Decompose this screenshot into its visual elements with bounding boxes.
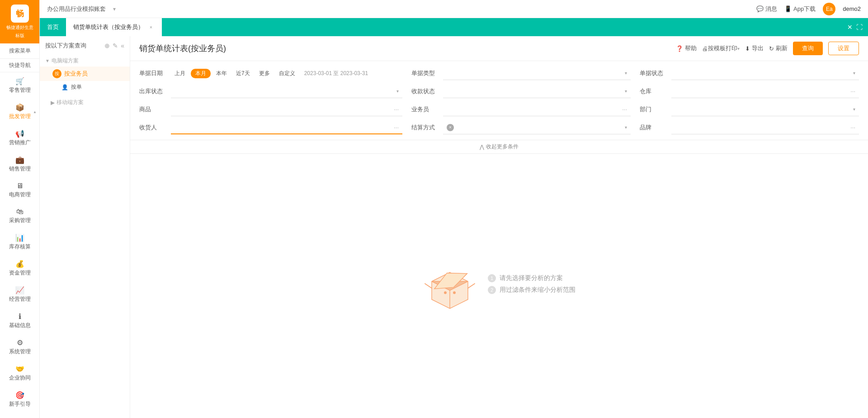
svg-line-7 [468, 284, 475, 288]
brand-label: 品牌 [640, 124, 671, 132]
help-icon: ❓ [676, 45, 683, 52]
tab-active[interactable]: 销货单统计表（按业务员） × [66, 18, 162, 36]
tab-home-label: 首页 [47, 23, 59, 31]
app-logo[interactable]: 畅 畅捷通好生意 标版 [0, 0, 39, 43]
collapse-panel-icon[interactable]: « [121, 42, 124, 49]
date-btn-this-month[interactable]: 本月 [191, 69, 211, 78]
message-action[interactable]: 💬 消息 [756, 5, 777, 13]
search-menu-item[interactable]: 搜索菜单 [0, 43, 39, 59]
sidebar-item-basic[interactable]: ℹ 基础信息 [0, 308, 39, 334]
product-input[interactable]: ··· [171, 103, 402, 116]
sidebar-item-corp[interactable]: 🤝 企业协同 [0, 360, 39, 386]
avatar[interactable]: Ea [823, 3, 835, 15]
empty-step-2: 2 用过滤条件来缩小分析范围 [488, 286, 576, 294]
settlement-clear-button[interactable]: × [447, 124, 454, 131]
app-download-action[interactable]: 📱 App下载 [784, 5, 816, 13]
filter-col-recipient: 收货人 ··· [139, 121, 402, 134]
sidebar-item-sales[interactable]: 💼 销售管理 [0, 151, 39, 177]
logo-sub: 标版 [15, 33, 24, 39]
topbar-dropdown-icon[interactable]: ▾ [113, 6, 116, 12]
help-action[interactable]: ❓ 帮助 [676, 44, 697, 52]
salesperson-input[interactable]: ··· [443, 103, 631, 116]
mobile-group-label[interactable]: ▶ 移动端方案 [40, 97, 130, 108]
sidebar-item-retail[interactable]: 🛒 零售管理 [0, 72, 39, 99]
doc-status-input[interactable]: ▾ [671, 66, 859, 80]
sidebar-item-finance[interactable]: 💰 资金管理 [0, 255, 39, 281]
export-icon: ⬇ [745, 45, 750, 52]
collapse-button-area: ⋀ 收起更多条件 [130, 140, 868, 154]
sidebar-item-inventory[interactable]: 📊 库存核算 [0, 229, 39, 255]
recipient-input[interactable]: ··· [171, 121, 402, 134]
newuser-icon: 🎯 [15, 391, 24, 399]
mobile-group-arrow: ▶ [51, 100, 55, 106]
brand-dots: ··· [850, 124, 855, 131]
sidebar-item-system-label: 系统管理 [9, 348, 31, 356]
print-dropdown-arrow[interactable]: ▾ [737, 46, 740, 51]
settlement-input[interactable]: × ▾ [443, 121, 631, 134]
empty-steps: 1 请先选择要分析的方案 2 用过滤条件来缩小分析范围 [488, 274, 576, 298]
out-status-input[interactable]: ▾ [171, 85, 402, 98]
tab-bar: 首页 销货单统计表（按业务员） × ✕ ⛶ [40, 18, 868, 36]
sidebar-item-wholesale[interactable]: 📦 批发管理 [0, 99, 39, 125]
topbar-title[interactable]: 办公用品行业模拟账套 [47, 5, 106, 13]
logo-icon: 畅 [11, 5, 29, 23]
tab-home[interactable]: 首页 [40, 18, 66, 36]
edit-scheme-icon[interactable]: ✎ [113, 42, 118, 49]
logo-text: 畅捷通好生意 [6, 24, 33, 31]
brand-input[interactable]: ··· [671, 121, 859, 134]
doc-type-input[interactable]: ▾ [443, 66, 631, 80]
add-scheme-icon[interactable]: ⊕ [104, 42, 110, 49]
department-label: 部门 [640, 105, 671, 114]
window-close-button[interactable]: ✕ [847, 24, 853, 31]
sidebar-item-marketing[interactable]: 📢 营销推广 [0, 125, 39, 151]
tree-item-salesperson[interactable]: 按 按业务员 [40, 66, 130, 81]
quick-nav-item[interactable]: 快捷导航 [0, 59, 39, 72]
sidebar-item-operations[interactable]: 📈 经营管理 [0, 281, 39, 308]
app-download-label: App下载 [793, 5, 816, 13]
recipient-dots: ··· [394, 124, 399, 131]
search-menu-label: 搜索菜单 [9, 48, 31, 54]
doc-status-label: 单据状态 [640, 69, 671, 77]
query-button[interactable]: 查询 [793, 42, 823, 55]
refresh-label: 刷新 [776, 44, 788, 52]
date-btn-last-month[interactable]: 上月 [171, 69, 189, 78]
settings-button[interactable]: 设置 [828, 42, 859, 55]
department-input[interactable]: ▾ [671, 103, 859, 116]
warehouse-input[interactable]: ··· [671, 85, 859, 98]
pc-group-arrow: ▼ [45, 58, 50, 63]
empty-step-1: 1 请先选择要分析的方案 [488, 274, 576, 282]
export-action[interactable]: ⬇ 导出 [745, 44, 764, 52]
filter-col-product: 商品 ··· [139, 103, 402, 116]
date-btn-this-year[interactable]: 本年 [212, 69, 231, 78]
tab-close-button[interactable]: × [147, 24, 155, 31]
date-btn-custom[interactable]: 自定义 [275, 69, 299, 78]
wholesale-icon: 📦 [15, 103, 24, 112]
topbar-actions: 💬 消息 📱 App下载 Ea demo2 [756, 3, 861, 15]
sidebar-item-apps[interactable]: ⬡ 应用中心 [0, 413, 39, 418]
order-item-person-icon: 👤 [61, 84, 68, 90]
sidebar-item-system[interactable]: ⚙ 系统管理 [0, 334, 39, 360]
pc-group-label[interactable]: ▼ 电脑端方案 [40, 55, 130, 66]
sidebar-item-ecommerce[interactable]: 🖥 电商管理 [0, 177, 39, 203]
sidebar-item-purchase[interactable]: 🛍 采购管理 [0, 203, 39, 229]
filter-row-4: 收货人 ··· 结算方式 × ▾ [139, 121, 859, 134]
sidebar-item-operations-label: 经营管理 [9, 295, 31, 303]
date-btn-7days[interactable]: 近7天 [232, 69, 254, 78]
step-2-number: 2 [488, 286, 496, 294]
refresh-action[interactable]: ↻ 刷新 [769, 44, 788, 52]
username[interactable]: demo2 [843, 5, 861, 12]
print-action[interactable]: 🖨 按模板打印 ▾ [702, 44, 740, 52]
avatar-text: Ea [826, 6, 833, 12]
filter-col-doc-type: 单据类型 ▾ [411, 66, 631, 80]
window-maximize-button[interactable]: ⛶ [856, 24, 863, 31]
filter-row-2: 出库状态 ▾ 收款状态 ▾ 仓库 [139, 85, 859, 98]
date-btn-more[interactable]: 更多 [255, 69, 274, 78]
filter-col-brand: 品牌 ··· [640, 121, 859, 134]
tree-sub-item-order[interactable]: 👤 按单 [40, 81, 130, 93]
payment-status-input[interactable]: ▾ [443, 85, 631, 98]
sidebar-item-newuser[interactable]: 🎯 新手引导 [0, 386, 39, 413]
collapse-button[interactable]: ⋀ 收起更多条件 [480, 143, 519, 151]
sidebar-item-sales-label: 销售管理 [9, 165, 31, 173]
sales-icon: 💼 [15, 156, 24, 164]
date-label: 单据日期 [139, 69, 171, 77]
